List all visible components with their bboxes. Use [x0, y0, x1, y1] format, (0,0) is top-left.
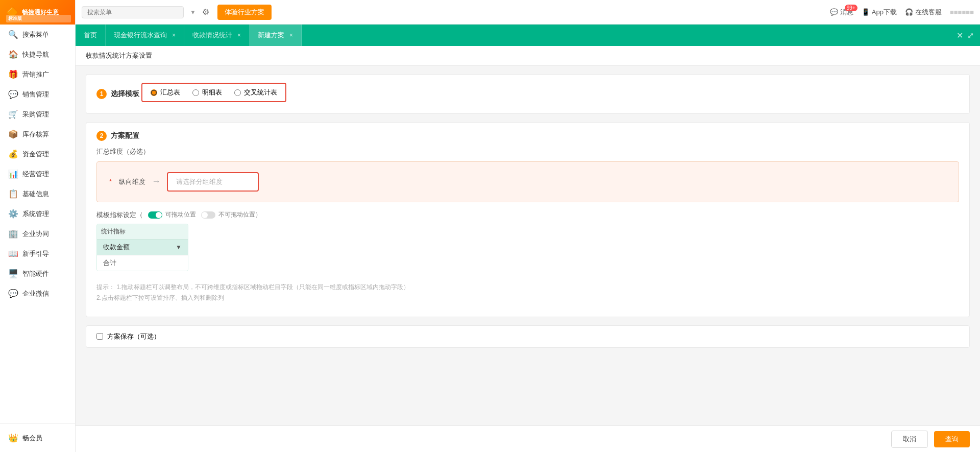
tab-new-plan[interactable]: 新建方案 × — [250, 25, 302, 46]
sidebar-item-marketing[interactable]: 🎁 营销推广 — [0, 64, 75, 84]
step1-section: 1 选择模板 汇总表 明细表 交叉统计表 — [86, 74, 970, 114]
support-label: 在线客服 — [915, 8, 942, 17]
hint-draggable: 可拖动位置 — [165, 210, 196, 219]
sidebar-label-inventory: 库存核算 — [22, 130, 49, 139]
radio-cross[interactable]: 交叉统计表 — [234, 88, 277, 97]
guide-icon: 📖 — [8, 249, 18, 258]
query-button[interactable]: 查询 — [934, 431, 970, 447]
sidebar-label-member: 畅会员 — [22, 434, 42, 443]
save-label[interactable]: 方案保存（可选） — [107, 332, 160, 341]
sidebar-item-operations[interactable]: 📊 经营管理 — [0, 164, 75, 184]
crown-icon: 👑 — [8, 433, 18, 443]
home-icon: 🏠 — [8, 50, 18, 59]
non-draggable-toggle[interactable] — [201, 211, 215, 219]
sidebar-item-sales[interactable]: 💬 销售管理 — [0, 84, 75, 104]
radio-detail-label: 明细表 — [202, 88, 222, 97]
sidebar: 🔶 畅捷通好生意 标准版 🔍 搜索菜单 🏠 快捷导航 🎁 营销推广 💬 销售管理… — [0, 0, 76, 452]
step2-label: 2 方案配置 — [96, 131, 139, 141]
arrow-icon: → — [152, 176, 161, 187]
indicator-grid: 统计指标 收款金额 ▼ 合计 — [96, 224, 188, 271]
sidebar-item-guide[interactable]: 📖 新手引导 — [0, 244, 75, 264]
hint-non-draggable: 不可拖动位置） — [218, 210, 261, 219]
dimension-select[interactable]: 请选择分组维度 — [167, 172, 259, 192]
sidebar-item-wechat[interactable]: 💬 企业微信 — [0, 283, 75, 303]
sales-icon: 💬 — [8, 89, 18, 99]
enterprise-icon: 🏢 — [8, 229, 18, 239]
main-area: ▼ ⚙ 体验行业方案 💬 消息 99+ 📱 App下载 🎧 在线客服 ■■■■■… — [76, 0, 980, 452]
user-icon: ■■■■■■ — [950, 8, 974, 16]
page-header: 收款情况统计方案设置 — [76, 46, 980, 66]
search-input[interactable] — [82, 6, 184, 18]
sidebar-label-operations: 经营管理 — [22, 170, 49, 179]
sidebar-item-search[interactable]: 🔍 搜索菜单 — [0, 25, 75, 44]
topbar-right: 💬 消息 99+ 📱 App下载 🎧 在线客服 ■■■■■■ — [830, 8, 974, 17]
trial-button[interactable]: 体验行业方案 — [217, 5, 272, 20]
notification-badge: 99+ — [845, 5, 857, 11]
tab-home[interactable]: 首页 — [76, 25, 106, 46]
edition-badge: 标准版 — [6, 15, 71, 22]
sidebar-item-finance[interactable]: 💰 资金管理 — [0, 144, 75, 164]
sidebar-label-sales: 销售管理 — [22, 90, 49, 99]
maximize-icon[interactable]: ⤢ — [967, 31, 974, 40]
indicator-column-header[interactable]: 收款金额 ▼ — [97, 240, 188, 255]
indicator-group-label: 统计指标 — [101, 228, 126, 235]
sidebar-item-quick-nav[interactable]: 🏠 快捷导航 — [0, 44, 75, 64]
sidebar-item-enterprise[interactable]: 🏢 企业协同 — [0, 224, 75, 244]
sidebar-item-inventory[interactable]: 📦 库存核算 — [0, 124, 75, 144]
user-item[interactable]: ■■■■■■ — [950, 8, 974, 16]
sidebar-item-purchase[interactable]: 🛒 采购管理 — [0, 104, 75, 124]
radio-summary-input[interactable] — [151, 89, 157, 96]
tab-new-plan-label: 新建方案 — [258, 31, 284, 40]
step2-title: 方案配置 — [111, 131, 139, 140]
monitor-icon: 🖥️ — [8, 269, 18, 278]
message-icon: 💬 — [830, 8, 838, 16]
save-checkbox[interactable] — [96, 333, 103, 340]
sidebar-item-basic-info[interactable]: 📋 基础信息 — [0, 184, 75, 204]
chevron-down-icon: ▼ — [176, 244, 182, 251]
tab-collection-close[interactable]: × — [237, 32, 241, 39]
indicator-col-label: 收款金额 — [103, 243, 130, 252]
sidebar-item-system[interactable]: ⚙️ 系统管理 — [0, 204, 75, 224]
save-section: 方案保存（可选） — [86, 325, 970, 348]
chart-icon: 📊 — [8, 169, 18, 179]
step1-number: 1 — [96, 89, 107, 99]
radio-detail-input[interactable] — [192, 89, 199, 96]
tab-bank-close[interactable]: × — [172, 32, 176, 39]
radio-cross-input[interactable] — [234, 89, 241, 96]
download-item[interactable]: 📱 App下载 — [862, 8, 897, 17]
tab-bank-label: 现金银行流水查询 — [114, 31, 167, 40]
step2-number: 2 — [96, 131, 107, 141]
step2-section: 2 方案配置 汇总维度（必选） * 纵向维度 → 请选择分组维度 — [86, 122, 970, 317]
radio-detail[interactable]: 明细表 — [192, 88, 222, 97]
tab-collection[interactable]: 收款情况统计 × — [184, 25, 250, 46]
tip-1: 提示： 1.拖动标题栏可以调整布局，不可跨维度或指标区域拖动栏目字段（只能在同一… — [96, 283, 959, 292]
sidebar-item-member[interactable]: 👑 畅会员 — [0, 428, 75, 448]
sidebar-label-basic-info: 基础信息 — [22, 189, 49, 199]
radio-summary-label: 汇总表 — [160, 88, 180, 97]
draggable-toggle-hint: 可拖动位置 — [148, 210, 196, 219]
tabbar: 首页 现金银行流水查询 × 收款情况统计 × 新建方案 × ✕ ⤢ — [76, 25, 980, 46]
tab-new-plan-close[interactable]: × — [289, 32, 293, 39]
sidebar-label-search: 搜索菜单 — [22, 30, 49, 39]
notification-item[interactable]: 💬 消息 99+ — [830, 8, 853, 17]
cart-icon: 🛒 — [8, 109, 18, 119]
radio-summary[interactable]: 汇总表 — [151, 88, 180, 97]
download-icon: 📱 — [862, 8, 870, 16]
page-body: 1 选择模板 汇总表 明细表 交叉统计表 — [76, 66, 980, 364]
money-icon: 💰 — [8, 149, 18, 159]
list-icon: 📋 — [8, 189, 18, 199]
cancel-button[interactable]: 取消 — [891, 431, 928, 448]
sidebar-label-finance: 资金管理 — [22, 150, 49, 159]
draggable-toggle[interactable] — [148, 211, 162, 219]
settings-icon[interactable]: ⚙ — [202, 7, 209, 17]
tab-home-label: 首页 — [84, 31, 97, 40]
sidebar-item-smart-hw[interactable]: 🖥️ 智能硬件 — [0, 264, 75, 283]
sidebar-label-marketing: 营销推广 — [22, 70, 49, 79]
indicator-row-label: 合计 — [103, 259, 116, 267]
step1-title: 选择模板 — [111, 89, 139, 99]
support-item[interactable]: 🎧 在线客服 — [905, 8, 942, 17]
tab-bank[interactable]: 现金银行流水查询 × — [106, 25, 184, 46]
required-mark: * — [109, 178, 112, 185]
close-window-icon[interactable]: ✕ — [957, 31, 963, 40]
download-label: App下载 — [872, 8, 897, 17]
